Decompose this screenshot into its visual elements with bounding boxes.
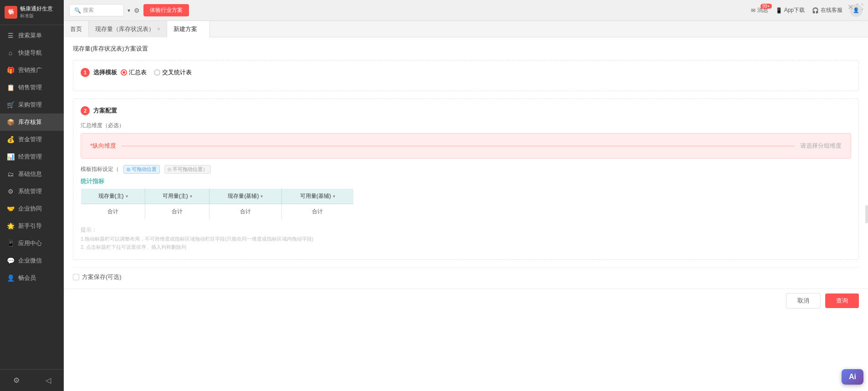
phone-icon: 📱 (776, 7, 782, 14)
search-placeholder-text: 搜索 (83, 6, 94, 14)
sidebar-label-purchase: 采购管理 (18, 101, 42, 109)
trial-btn[interactable]: 体验行业方案 (143, 4, 189, 16)
topbar-dropdown-icon[interactable]: ▾ (128, 7, 130, 14)
template-radio-group: 汇总表 交叉统计表 (121, 68, 192, 77)
save-option-label: 方案保存(可选) (82, 273, 122, 281)
col-header-4[interactable]: 可用量(基辅) ▾ (281, 189, 353, 204)
ai-button[interactable]: Ai (842, 369, 863, 385)
sidebar-icon-search-menu: ☰ (6, 32, 15, 39)
sidebar-icon-wechat: 💬 (6, 257, 15, 264)
app-download-btn[interactable]: 📱 App下载 (776, 6, 805, 14)
sidebar-item-company[interactable]: 🤝企业协同 (0, 200, 64, 217)
sidebar-icon-sales: 📋 (6, 84, 15, 91)
sidebar-item-finance[interactable]: 💰资金管理 (0, 131, 64, 148)
sidebar-nav: ☰搜索菜单⌂快捷导航🎁营销推广📋销售管理🛒采购管理📦库存核算💰资金管理📊经营管理… (0, 25, 64, 369)
main-content: 现存量(库存状况表)方案设置 1 选择模板 汇总表 交叉统计表 (64, 37, 868, 391)
tips-item-2-text: 2. 点击标题栏下拉可设置排序、插入列和删除列 (81, 244, 186, 250)
tab-new-scheme[interactable]: 新建方案 × (167, 21, 210, 37)
sidebar-item-quick-nav[interactable]: ⌂快捷导航 (0, 44, 64, 62)
cancel-button[interactable]: 取消 (786, 293, 821, 309)
topbar-search[interactable]: 🔍 搜索 (69, 4, 124, 16)
tips-title: 提示： (81, 226, 851, 234)
col2-dropdown[interactable]: 可用量(主) ▾ (163, 192, 192, 200)
topbar: 🔍 搜索 ▾ ⚙ 体验行业方案 ✉ 消息 99+ 📱 App下载 🎧 在线客服 … (64, 0, 868, 21)
radio-cross[interactable]: 交叉统计表 (154, 68, 192, 77)
expand-panel-icon[interactable]: ⛶ (856, 3, 863, 11)
radio-cross-label: 交叉统计表 (162, 68, 192, 77)
tips-item-1: 1.拖动标题栏可以调整布局，不可跨维度或指标区域拖动栏目字段(只能在同一维度或指… (81, 236, 851, 242)
col3-dropdown[interactable]: 现存量(基辅) ▾ (228, 192, 263, 200)
sidebar-item-search-menu[interactable]: ☰搜索菜单 (0, 27, 64, 44)
sidebar-item-purchase[interactable]: 🛒采购管理 (0, 96, 64, 113)
sidebar-icon-basic-info: 🗂 (6, 170, 15, 178)
sidebar-item-sales[interactable]: 📋销售管理 (0, 79, 64, 96)
metrics-config-label: 模板指标设定（ 可拖动位置 不可拖动位置） (81, 165, 851, 174)
resize-handle[interactable] (865, 205, 868, 223)
sidebar-icon-newbie: 🌟 (6, 222, 15, 230)
sidebar-label-system: 系统管理 (18, 187, 42, 196)
main-area: 🔍 搜索 ▾ ⚙ 体验行业方案 ✉ 消息 99+ 📱 App下载 🎧 在线客服 … (64, 0, 868, 391)
col4-dropdown[interactable]: 可用量(基辅) ▾ (300, 192, 335, 200)
col3-chevron-icon: ▾ (260, 194, 263, 199)
sidebar-logo: 畅 畅康通好生意 标准版 (0, 0, 64, 25)
save-option: 方案保存(可选) (73, 267, 859, 281)
query-button[interactable]: 查询 (825, 293, 859, 308)
tab-new-scheme-close[interactable]: × (200, 26, 203, 32)
sidebar-label-inventory: 库存核算 (18, 118, 42, 126)
sidebar-item-newbie[interactable]: 🌟新手引导 (0, 217, 64, 235)
save-checkbox[interactable] (73, 274, 79, 280)
dim-placeholder-text: 请选择分组维度 (800, 142, 842, 150)
tab-inventory-close[interactable]: × (157, 26, 160, 32)
section2-title: 方案配置 (93, 107, 117, 115)
vertical-dim-label: *纵向维度 (90, 142, 116, 150)
stats-section-title: 统计指标 (81, 177, 851, 185)
sidebar-item-member[interactable]: 👤畅会员 (0, 269, 64, 287)
logo-sub: 标准版 (20, 13, 53, 19)
section-config: 2 方案配置 汇总维度（必选） *纵向维度 请选择分组维度 模板指标设定（ 可拖… (73, 98, 859, 260)
col1-chevron-icon: ▾ (126, 194, 128, 199)
sidebar-label-finance: 资金管理 (18, 135, 42, 144)
section1-title: 选择模板 (93, 68, 117, 77)
topbar-gear-icon[interactable]: ⚙ (134, 7, 140, 14)
tab-home[interactable]: 首页 (64, 21, 89, 37)
sidebar-item-system[interactable]: ⚙系统管理 (0, 183, 64, 200)
col1-dropdown[interactable]: 现存量(主) ▾ (98, 192, 128, 200)
page-content-wrapper: 现存量(库存状况表)方案设置 1 选择模板 汇总表 交叉统计表 (64, 37, 868, 288)
logo-icon: 畅 (5, 6, 17, 19)
sidebar-icon-quick-nav: ⌂ (6, 49, 15, 57)
tips-item-2: 2. 点击标题栏下拉可设置排序、插入列和删除列 (81, 244, 851, 251)
col-header-2[interactable]: 可用量(主) ▾ (145, 189, 209, 204)
radio-summary-label: 汇总表 (129, 68, 147, 77)
radio-summary[interactable]: 汇总表 (121, 68, 147, 77)
col1-sub: 合计 (81, 204, 145, 220)
tab-home-label: 首页 (70, 25, 82, 33)
col-header-3[interactable]: 现存量(基辅) ▾ (209, 189, 281, 204)
sidebar-icon-marketing: 🎁 (6, 67, 15, 74)
metrics-config-prefix: 模板指标设定（ (81, 165, 119, 173)
not-draggable-badge: 不可拖动位置） (164, 165, 211, 174)
sidebar-item-wechat[interactable]: 💬企业微信 (0, 252, 64, 269)
logo-text-block: 畅康通好生意 标准版 (20, 5, 53, 19)
sidebar-item-marketing[interactable]: 🎁营销推广 (0, 62, 64, 79)
sidebar-icon-purchase: 🛒 (6, 101, 15, 108)
sidebar-bottom: ⚙ ◁ (0, 369, 64, 391)
section-template: 1 选择模板 汇总表 交叉统计表 (73, 60, 859, 91)
col-header-1[interactable]: 现存量(主) ▾ (81, 189, 145, 204)
tab-inventory-label: 现存量（库存状况表） (95, 25, 154, 33)
sidebar-item-operation[interactable]: 📊经营管理 (0, 148, 64, 165)
messages-badge: 99+ (761, 4, 772, 9)
sidebar-item-app-center[interactable]: 📱应用中心 (0, 235, 64, 252)
online-service-btn[interactable]: 🎧 在线客服 (812, 6, 842, 14)
settings-icon[interactable]: ⚙ (10, 373, 22, 387)
vertical-dimension-selector[interactable]: *纵向维度 请选择分组维度 (81, 133, 851, 159)
tab-inventory-status[interactable]: 现存量（库存状况表） × (89, 21, 167, 37)
col4-label: 可用量(基辅) (300, 192, 331, 200)
section1-num: 1 (81, 68, 90, 77)
messages-btn[interactable]: ✉ 消息 99+ (751, 6, 768, 14)
sound-icon[interactable]: ◁ (43, 373, 54, 387)
tab-new-scheme-label: 新建方案 (174, 25, 197, 33)
sidebar-item-inventory[interactable]: 📦库存核算 (0, 113, 64, 131)
sidebar-item-basic-info[interactable]: 🗂基础信息 (0, 165, 64, 183)
tabs-bar: 首页 现存量（库存状况表） × 新建方案 × ✕ ⛶ (64, 21, 868, 37)
close-panel-icon[interactable]: ✕ (848, 3, 853, 11)
